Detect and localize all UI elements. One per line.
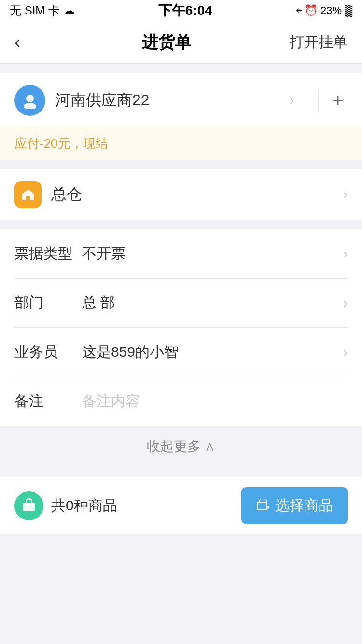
remark-label: 备注 bbox=[14, 392, 82, 411]
nav-bar: ‹ 进货单 打开挂单 bbox=[0, 21, 362, 64]
location-icon: ⌖ bbox=[296, 4, 302, 17]
separator-3 bbox=[0, 220, 362, 229]
product-icon bbox=[14, 491, 43, 520]
battery-text: 23% bbox=[320, 4, 342, 17]
svg-point-0 bbox=[26, 95, 34, 102]
warehouse-name: 总仓 bbox=[51, 184, 343, 205]
warehouse-section: 总仓 › bbox=[0, 169, 362, 220]
product-count-text: 共0种商品 bbox=[51, 496, 117, 516]
remark-placeholder[interactable]: 备注内容 bbox=[82, 392, 348, 411]
warehouse-chevron-icon: › bbox=[343, 187, 348, 202]
gray-fill-area bbox=[0, 534, 362, 644]
department-label: 部门 bbox=[14, 293, 82, 313]
salesperson-row[interactable]: 业务员 这是859的小智 › bbox=[0, 328, 362, 377]
salesperson-label: 业务员 bbox=[14, 342, 82, 362]
remark-row[interactable]: 备注 备注内容 bbox=[0, 377, 362, 426]
supplier-add-button[interactable]: + bbox=[328, 90, 348, 112]
supplier-avatar bbox=[14, 85, 45, 116]
department-row[interactable]: 部门 总 部 › bbox=[0, 279, 362, 327]
select-product-button[interactable]: 选择商品 bbox=[241, 487, 348, 524]
svg-rect-3 bbox=[257, 502, 267, 510]
salesperson-value: 这是859的小智 bbox=[82, 342, 343, 362]
collapse-row[interactable]: 收起更多 ∧ bbox=[0, 426, 362, 467]
separator-1 bbox=[0, 64, 362, 73]
vertical-divider bbox=[318, 88, 319, 112]
supplier-name: 河南供应商22 bbox=[55, 90, 290, 111]
svg-rect-2 bbox=[23, 503, 35, 511]
notice-banner: 应付-20元，现结 bbox=[0, 127, 362, 160]
ticket-type-value: 不开票 bbox=[82, 244, 343, 264]
supplier-chevron-icon: › bbox=[290, 93, 294, 108]
battery-icon: ▓ bbox=[345, 4, 352, 17]
warehouse-row[interactable]: 总仓 › bbox=[0, 169, 362, 220]
status-right: ⌖ ⏰ 23% ▓ bbox=[296, 4, 352, 17]
status-time: 下午6:04 bbox=[158, 1, 212, 20]
select-product-icon bbox=[256, 499, 270, 513]
bottom-bar: 共0种商品 选择商品 bbox=[0, 477, 362, 534]
separator-4 bbox=[0, 467, 362, 477]
status-bar: 无 SIM 卡 ☁ 下午6:04 ⌖ ⏰ 23% ▓ bbox=[0, 0, 362, 21]
department-chevron-icon: › bbox=[343, 295, 348, 311]
back-button[interactable]: ‹ bbox=[14, 32, 43, 53]
no-sim-text: 无 SIM 卡 ☁ bbox=[10, 3, 75, 18]
salesperson-chevron-icon: › bbox=[343, 345, 348, 360]
svg-point-1 bbox=[24, 103, 36, 109]
alarm-icon: ⏰ bbox=[305, 4, 318, 17]
department-value: 总 部 bbox=[82, 293, 343, 313]
status-left: 无 SIM 卡 ☁ bbox=[10, 3, 75, 18]
supplier-section: 河南供应商22 › + 应付-20元，现结 bbox=[0, 73, 362, 160]
separator-2 bbox=[0, 160, 362, 169]
ticket-type-row[interactable]: 票据类型 不开票 › bbox=[0, 229, 362, 278]
product-count-area: 共0种商品 bbox=[14, 491, 117, 520]
ticket-type-label: 票据类型 bbox=[14, 244, 82, 264]
page-title: 进货单 bbox=[142, 31, 191, 54]
ticket-type-chevron-icon: › bbox=[343, 246, 348, 262]
warehouse-icon bbox=[14, 181, 42, 208]
open-pending-button[interactable]: 打开挂单 bbox=[290, 32, 348, 52]
form-section: 票据类型 不开票 › 部门 总 部 › 业务员 这是859的小智 › 备注 备注… bbox=[0, 229, 362, 426]
supplier-row[interactable]: 河南供应商22 › + bbox=[0, 73, 362, 127]
select-product-label: 选择商品 bbox=[275, 496, 333, 516]
